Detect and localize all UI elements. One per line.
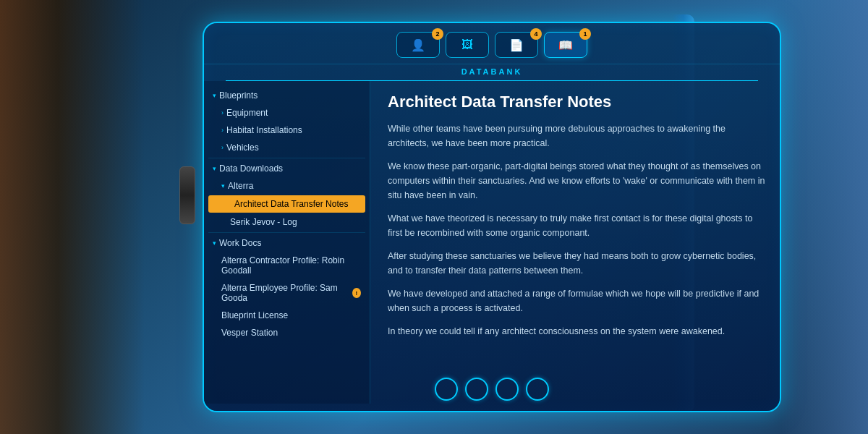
panel-handle — [179, 166, 195, 224]
sidebar: ▾ Blueprints › Equipment › Habitat Insta… — [204, 81, 370, 404]
doc-paragraph-1: While other teams have been pursuing mor… — [388, 122, 765, 150]
doc-paragraph-3: What we have theorized is necessary to t… — [388, 211, 765, 240]
sidebar-item-blueprints[interactable]: ▾ Blueprints — [204, 87, 370, 104]
sidebar-item-data-downloads[interactable]: ▾ Data Downloads — [204, 160, 370, 177]
doc-paragraph-2: We know these part-organic, part-digital… — [388, 159, 765, 203]
sidebar-item-serik-log-label: Serik Jevov - Log — [230, 217, 297, 227]
sidebar-item-alterra[interactable]: ▾ Alterra — [204, 177, 370, 195]
dot-3[interactable] — [495, 378, 519, 401]
sidebar-item-habitat[interactable]: › Habitat Installations — [204, 122, 370, 139]
docs-icon: 📄 — [509, 38, 524, 52]
dot-1[interactable] — [435, 378, 458, 401]
sidebar-item-sam-profile-label: Alterra Employee Profile: Sam Gooda — [221, 283, 347, 303]
vehicles-arrow: › — [221, 144, 224, 151]
doc-paragraph-6: In theory we could tell if any architect… — [388, 324, 765, 339]
sam-profile-badge: ! — [352, 288, 361, 298]
sidebar-item-equipment[interactable]: › Equipment — [204, 104, 370, 122]
sidebar-item-work-docs-label: Work Docs — [219, 238, 261, 248]
equipment-arrow: › — [221, 109, 224, 116]
tab-book-badge: 1 — [579, 28, 591, 40]
blueprints-arrow: ▾ — [213, 92, 216, 99]
data-downloads-arrow: ▾ — [213, 165, 216, 172]
sidebar-item-vehicles-label: Vehicles — [226, 142, 259, 153]
bg-left-panel — [0, 0, 145, 434]
tab-docs-badge: 4 — [530, 28, 542, 40]
images-icon: 🖼 — [461, 38, 473, 51]
sidebar-item-serik-log[interactable]: Serik Jevov - Log — [204, 213, 370, 231]
sidebar-divider-1 — [208, 158, 365, 158]
sidebar-item-vehicles[interactable]: › Vehicles — [204, 139, 370, 156]
book-icon: 📖 — [558, 38, 573, 52]
doc-paragraph-4: After studying these sanctuaries we beli… — [388, 249, 765, 278]
tab-images[interactable]: 🖼 — [446, 32, 489, 58]
tab-people-badge: 2 — [432, 28, 443, 40]
sidebar-item-alterra-label: Alterra — [228, 181, 253, 191]
people-icon: 👤 — [411, 38, 425, 52]
sidebar-item-robin-profile-label: Alterra Contractor Profile: Robin Goodal… — [221, 255, 361, 276]
tab-docs[interactable]: 📄 4 — [495, 32, 538, 58]
sidebar-item-blueprint-license-label: Blueprint License — [221, 310, 288, 320]
sidebar-item-vesper-station[interactable]: Vesper Station — [204, 324, 370, 341]
sidebar-item-vesper-station-label: Vesper Station — [221, 328, 278, 338]
sidebar-item-sam-profile[interactable]: Alterra Employee Profile: Sam Gooda ! — [204, 279, 370, 307]
databank-label: DATABANK — [226, 64, 758, 81]
dot-4[interactable] — [526, 378, 549, 401]
alterra-arrow: ▾ — [221, 182, 225, 190]
bottom-dots — [435, 378, 549, 401]
doc-title: Architect Data Transfer Notes — [388, 93, 765, 111]
habitat-arrow: › — [221, 127, 224, 134]
sidebar-item-habitat-label: Habitat Installations — [226, 125, 302, 135]
main-panel: 👤 2 🖼 📄 4 📖 1 DATABANK ▾ Blu — [203, 22, 781, 412]
sidebar-item-data-downloads-label: Data Downloads — [219, 163, 283, 174]
sidebar-item-blueprints-label: Blueprints — [219, 90, 258, 101]
dot-2[interactable] — [465, 378, 488, 401]
doc-content: Architect Data Transfer Notes While othe… — [370, 81, 780, 404]
tab-book[interactable]: 📖 1 — [544, 32, 587, 58]
sidebar-divider-2 — [208, 232, 365, 233]
doc-paragraph-5: We have developed and attached a range o… — [388, 286, 765, 315]
sidebar-item-blueprint-license[interactable]: Blueprint License — [204, 307, 370, 324]
sidebar-item-architect-notes[interactable]: Architect Data Transfer Notes — [208, 195, 365, 213]
content-area: ▾ Blueprints › Equipment › Habitat Insta… — [204, 81, 780, 404]
sidebar-item-work-docs[interactable]: ▾ Work Docs — [204, 234, 370, 252]
sidebar-item-robin-profile[interactable]: Alterra Contractor Profile: Robin Goodal… — [204, 252, 370, 279]
work-docs-arrow: ▾ — [213, 239, 216, 247]
tab-bar: 👤 2 🖼 📄 4 📖 1 — [204, 23, 780, 64]
sidebar-item-equipment-label: Equipment — [226, 108, 268, 118]
tab-people[interactable]: 👤 2 — [396, 32, 440, 58]
bg-right-panel — [781, 0, 868, 434]
panel-inner: 👤 2 🖼 📄 4 📖 1 DATABANK ▾ Blu — [204, 23, 780, 411]
sidebar-item-architect-notes-label: Architect Data Transfer Notes — [234, 199, 348, 209]
